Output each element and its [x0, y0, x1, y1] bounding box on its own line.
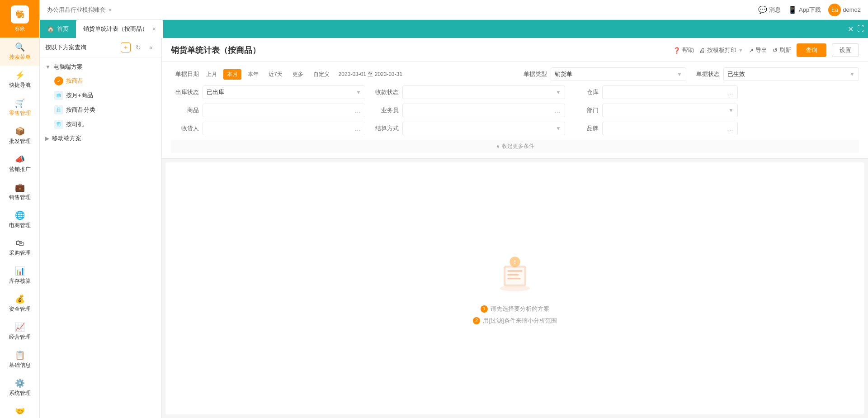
collapse-panel-btn[interactable]: « — [146, 43, 156, 52]
receiver-dots-icon: … — [354, 125, 361, 132]
dept-select[interactable]: ▼ — [602, 104, 738, 117]
workspace-selector[interactable]: 办公用品行业模拟账套 ▼ — [47, 6, 113, 14]
sidebar-item-retail[interactable]: 🛒 零售管理 — [0, 94, 39, 122]
left-panel-actions: ＋ ↻ « — [121, 43, 156, 52]
date-btn-this-year[interactable]: 本年 — [244, 69, 262, 80]
tree-child-label: 按司机 — [66, 120, 84, 128]
sidebar-item-label: 资金管理 — [9, 305, 31, 313]
avatar: Ea — [828, 4, 841, 16]
status-label: 单据状态 — [692, 70, 723, 78]
print-label: 按模板打印 — [707, 46, 736, 54]
collapse-filter-btn[interactable]: ∧ 收起更多条件 — [171, 140, 859, 153]
payment-label: 结算方式 — [371, 124, 402, 133]
date-btn-prev-month[interactable]: 上月 — [203, 69, 221, 80]
logo[interactable]: 畅 标账 — [0, 0, 39, 38]
username: demo2 — [843, 6, 861, 13]
finance-icon: 💰 — [15, 294, 25, 304]
app-download-btn[interactable]: 📱 App下载 — [788, 5, 821, 14]
page-header: 销货单统计表（按商品） ❓ 帮助 🖨 按模板打印 ▼ ↗ 导出 — [162, 38, 868, 62]
tab-close-btn[interactable]: × — [152, 25, 156, 33]
sidebar-item-ecommerce[interactable]: 🌐 电商管理 — [0, 206, 39, 234]
payment-select[interactable]: ▼ — [402, 122, 565, 135]
sidebar-item-purchase[interactable]: 🛍 采购管理 — [0, 234, 39, 261]
out-label: 出库状态 — [171, 88, 203, 96]
type-select[interactable]: 销货单 ▼ — [551, 67, 686, 81]
tree-child-by-goods[interactable]: ✓ 按商品 — [40, 74, 161, 88]
message-btn[interactable]: 💬 消息 — [758, 5, 781, 14]
scheme-icon: 目 — [54, 105, 63, 114]
refresh-btn[interactable]: ↺ 刷新 — [773, 46, 791, 54]
recv-status-select[interactable]: ▼ — [402, 86, 565, 99]
refresh-label: 刷新 — [779, 46, 791, 54]
out-value: 已出库 — [207, 88, 224, 96]
tab-sales-stats[interactable]: 销货单统计表（按商品） × — [76, 20, 163, 38]
tabbar: 🏠 首页 销货单统计表（按商品） × ✕ ⛶ — [40, 20, 868, 38]
sidebar-item-sales[interactable]: 💼 销售管理 — [0, 178, 39, 206]
page-actions: ❓ 帮助 🖨 按模板打印 ▼ ↗ 导出 ↺ 刷新 — [673, 43, 859, 57]
status-select[interactable]: 已生效 ▼ — [723, 67, 859, 81]
sidebar-search[interactable]: 🔍 搜索菜单 — [0, 38, 39, 66]
export-btn[interactable]: ↗ 导出 — [749, 46, 767, 54]
sidebar-item-wholesale[interactable]: 📦 批发管理 — [0, 122, 39, 150]
out-select[interactable]: 已出库 ▼ — [203, 86, 365, 99]
content-area: 按以下方案查询 ＋ ↻ « ▼ 电脑端方案 ✓ 按商品 曲 — [40, 38, 868, 418]
settings-button[interactable]: 设置 — [832, 43, 859, 57]
close-window-btn[interactable]: ✕ — [848, 25, 854, 33]
sidebar-item-system[interactable]: ⚙️ 系统管理 — [0, 374, 39, 402]
date-btn-7days[interactable]: 近7天 — [265, 69, 286, 80]
filter-row-2: 出库状态 已出库 ▼ 收款状态 ▼ 仓库 … — [171, 86, 859, 99]
export-icon: ↗ — [749, 47, 754, 54]
salesman-select[interactable]: … — [402, 104, 565, 117]
warehouse-select[interactable]: … — [602, 86, 738, 99]
wholesale-icon: 📦 — [15, 126, 25, 136]
tree-parent-pc[interactable]: ▼ 电脑端方案 — [40, 60, 161, 74]
query-button[interactable]: 查询 — [797, 43, 826, 57]
tree-section: ▼ 电脑端方案 ✓ 按商品 曲 按月+商品 目 按商品分类 司 按司机 — [40, 57, 161, 148]
filter-row-3: 商品 … 业务员 … 部门 ▼ — [171, 104, 859, 117]
topbar-left: 办公用品行业模拟账套 ▼ — [47, 6, 113, 14]
date-range: 2023-03-01 至 2023-03-31 — [339, 71, 402, 78]
salesman-dots-icon: … — [554, 107, 561, 114]
operation-icon: 📈 — [15, 322, 25, 332]
sidebar-item-basic[interactable]: 📋 基础信息 — [0, 346, 39, 374]
filter-row-4: 收货人 … 结算方式 ▼ 品牌 … — [171, 122, 859, 135]
user-profile[interactable]: Ea demo2 — [828, 4, 861, 16]
tree-child-label: 按商品 — [66, 77, 84, 85]
type-value: 销货单 — [555, 70, 572, 78]
sidebar-item-label: 电商管理 — [9, 222, 31, 229]
logo-char: 畅 — [16, 9, 24, 20]
sales-icon: 💼 — [15, 182, 25, 192]
tree-parent-mobile[interactable]: ▶ 移动端方案 — [40, 132, 161, 145]
sidebar-item-operation[interactable]: 📈 经营管理 — [0, 318, 39, 346]
tab-home-label: 首页 — [57, 25, 69, 33]
active-indicator: ✓ — [54, 76, 63, 86]
receiver-select[interactable]: … — [203, 122, 365, 135]
sidebar-item-finance[interactable]: 💰 资金管理 — [0, 290, 39, 318]
goods-select[interactable]: … — [203, 104, 365, 117]
dept-dropdown-icon: ▼ — [728, 107, 734, 114]
message-label: 消息 — [769, 6, 781, 14]
tree-parent-label-pc: 电脑端方案 — [53, 63, 83, 71]
sidebar-item-inventory[interactable]: 📊 库存核算 — [0, 261, 39, 290]
collapse-label: 收起更多条件 — [502, 142, 534, 150]
date-btn-more[interactable]: 更多 — [289, 69, 307, 80]
sidebar-item-label: 批发管理 — [9, 138, 31, 145]
date-btn-custom[interactable]: 自定义 — [310, 69, 333, 80]
tree-child-by-month-goods[interactable]: 曲 按月+商品 — [40, 88, 161, 103]
sidebar-item-marketing[interactable]: 📣 营销推广 — [0, 150, 39, 178]
brand-select[interactable]: … — [602, 122, 738, 135]
dept-label: 部门 — [571, 106, 602, 114]
maximize-btn[interactable]: ⛶ — [857, 25, 864, 33]
tree-child-by-category[interactable]: 目 按商品分类 — [40, 103, 161, 117]
sidebar-item-enterprise[interactable]: 🤝 企业协同 — [0, 402, 39, 418]
add-scheme-btn[interactable]: ＋ — [121, 43, 131, 52]
date-btn-this-month[interactable]: 本月 — [223, 69, 241, 80]
print-btn[interactable]: 🖨 按模板打印 ▼ — [699, 46, 743, 54]
tab-home[interactable]: 🏠 首页 — [40, 20, 76, 38]
sidebar-item-quick-nav[interactable]: ⚡ 快捷导航 — [0, 66, 39, 94]
help-btn[interactable]: ❓ 帮助 — [673, 46, 694, 54]
refresh-scheme-btn[interactable]: ↻ — [133, 43, 143, 52]
warehouse-label: 仓库 — [571, 88, 602, 96]
tree-child-by-sku[interactable]: 司 按司机 — [40, 117, 161, 132]
receiver-label: 收货人 — [171, 124, 203, 133]
